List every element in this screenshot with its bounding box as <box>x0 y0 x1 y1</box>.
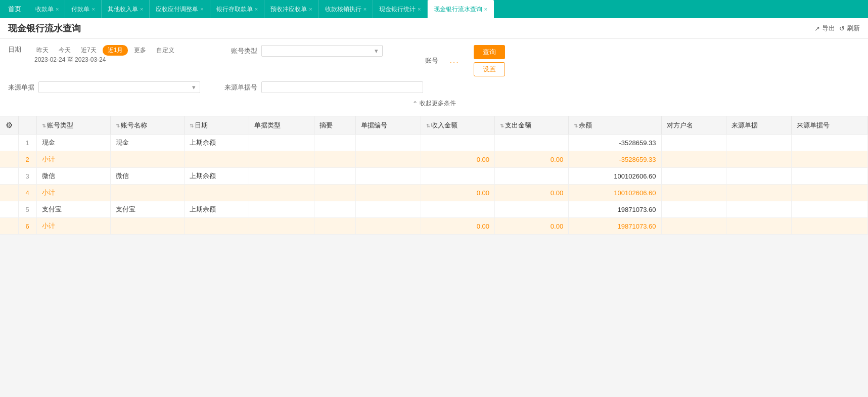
account-type-select[interactable]: ▾ <box>261 45 383 57</box>
export-icon: ↗ <box>814 25 820 32</box>
close-icon[interactable]: × <box>140 6 143 12</box>
nav-tab-label: 收款单 <box>35 5 54 14</box>
table-cell <box>249 151 314 168</box>
refresh-label: 刷新 <box>847 24 860 33</box>
nav-tab-收款单[interactable]: 收款单× <box>29 0 65 18</box>
gear-icon[interactable]: ⚙ <box>6 121 13 129</box>
refresh-icon: ↺ <box>839 25 845 32</box>
table-cell: -3528659.33 <box>569 135 661 151</box>
table-cell: 0.00 <box>421 151 494 168</box>
refresh-button[interactable]: ↺ 刷新 <box>839 24 860 33</box>
nav-tab-现金银行流水查询[interactable]: 现金银行流水查询× <box>428 0 494 18</box>
table-cell <box>726 135 792 151</box>
table-cell <box>110 151 184 168</box>
nav-tab-银行存取款单[interactable]: 银行存取款单× <box>210 0 264 18</box>
nav-tab-应收应付调整单[interactable]: 应收应付调整单× <box>150 0 210 18</box>
table-cell: 5 <box>18 201 36 218</box>
nav-tab-label: 付款单 <box>71 5 89 14</box>
table-cell: -3528659.33 <box>569 151 661 168</box>
table-cell <box>314 151 356 168</box>
table-cell <box>661 201 726 218</box>
source-doc-num-label: 来源单据号 <box>224 83 257 92</box>
source-doc-select[interactable]: ▾ <box>38 81 200 93</box>
table-cell: 0.00 <box>421 185 494 201</box>
table-header: ⚙ ⇅账号类型 ⇅账号名称 ⇅日期 单据类型 摘要 单据编号 ⇅收入金额 ⇅支出… <box>0 116 868 135</box>
table-cell: 0.00 <box>495 185 569 201</box>
table-cell <box>314 218 356 235</box>
table-row: 5支付宝支付宝上期余额19871073.60 <box>0 201 868 218</box>
source-doc-label: 来源单据 <box>8 83 34 92</box>
column-balance[interactable]: ⇅余额 <box>569 116 661 135</box>
table-cell <box>791 218 867 235</box>
table-cell <box>249 135 314 151</box>
date-options: 昨天今天近7天近1月更多自定义 <box>32 45 178 56</box>
query-button[interactable]: 查询 <box>474 45 505 59</box>
data-table: ⚙ ⇅账号类型 ⇅账号名称 ⇅日期 单据类型 摘要 单据编号 ⇅收入金额 ⇅支出… <box>0 116 868 235</box>
account-type-chevron: ▾ <box>375 47 378 55</box>
date-option-更多[interactable]: 更多 <box>130 45 150 56</box>
table-cell: 小计 <box>36 151 110 168</box>
close-icon[interactable]: × <box>484 6 487 12</box>
table-cell: 2 <box>18 151 36 168</box>
close-icon[interactable]: × <box>92 6 95 12</box>
column-date[interactable]: ⇅日期 <box>184 116 249 135</box>
close-icon[interactable]: × <box>363 6 367 12</box>
close-icon[interactable]: × <box>255 6 258 12</box>
nav-home[interactable]: 首页 <box>0 0 29 18</box>
table-cell <box>0 135 18 151</box>
table-cell <box>495 135 569 151</box>
table-cell <box>0 185 18 201</box>
account-ellipsis[interactable]: ... <box>449 56 459 65</box>
table-cell <box>0 218 18 235</box>
source-doc-num-input[interactable] <box>261 81 423 93</box>
nav-tab-label: 其他收入单 <box>108 5 138 14</box>
table-body: 1现金现金上期余额-3528659.332小计0.000.00-3528659.… <box>0 135 868 235</box>
table-cell: 6 <box>18 218 36 235</box>
nav-tab-label: 预收冲应收单 <box>270 5 307 14</box>
table-cell <box>726 168 792 185</box>
close-icon[interactable]: × <box>309 6 312 12</box>
table-cell: 100102606.60 <box>569 185 661 201</box>
account-label: 账号 <box>425 56 445 65</box>
table-cell <box>791 185 867 201</box>
table-cell <box>314 185 356 201</box>
column-account-type[interactable]: ⇅账号类型 <box>36 116 110 135</box>
table-cell <box>249 185 314 201</box>
close-icon[interactable]: × <box>418 6 421 12</box>
collapse-bar[interactable]: ⌃ 收起更多条件 <box>8 97 860 110</box>
table-cell <box>726 151 792 168</box>
table-cell <box>356 185 421 201</box>
column-income[interactable]: ⇅收入金额 <box>421 116 494 135</box>
date-option-近1月[interactable]: 近1月 <box>103 45 128 56</box>
nav-tab-其他收入单[interactable]: 其他收入单× <box>102 0 150 18</box>
table-cell <box>726 185 792 201</box>
close-icon[interactable]: × <box>56 6 59 12</box>
table-cell <box>791 151 867 168</box>
table-row: 2小计0.000.00-3528659.33 <box>0 151 868 168</box>
nav-tab-现金银行统计[interactable]: 现金银行统计× <box>373 0 427 18</box>
column-gear[interactable]: ⚙ <box>0 116 18 135</box>
setting-button[interactable]: 设置 <box>474 62 505 76</box>
table-cell <box>791 201 867 218</box>
table-cell <box>0 151 18 168</box>
table-cell: 支付宝 <box>36 201 110 218</box>
date-option-自定义[interactable]: 自定义 <box>152 45 178 56</box>
column-account-name[interactable]: ⇅账号名称 <box>110 116 184 135</box>
table-cell <box>661 135 726 151</box>
close-icon[interactable]: × <box>200 6 203 12</box>
table-cell <box>0 201 18 218</box>
table-cell <box>661 151 726 168</box>
export-button[interactable]: ↗ 导出 <box>814 24 835 33</box>
column-expense[interactable]: ⇅支出金额 <box>495 116 569 135</box>
nav-tab-收款核销执行[interactable]: 收款核销执行× <box>319 0 373 18</box>
table-cell <box>0 168 18 185</box>
nav-tab-付款单[interactable]: 付款单× <box>65 0 101 18</box>
page-header: 现金银行流水查询 ↗ 导出 ↺ 刷新 <box>0 18 868 39</box>
date-option-昨天[interactable]: 昨天 <box>32 45 53 56</box>
date-option-近7天[interactable]: 近7天 <box>77 45 101 56</box>
nav-tab-预收冲应收单[interactable]: 预收冲应收单× <box>264 0 318 18</box>
table-header-row: ⚙ ⇅账号类型 ⇅账号名称 ⇅日期 单据类型 摘要 单据编号 ⇅收入金额 ⇅支出… <box>0 116 868 135</box>
date-label: 日期 <box>8 45 28 54</box>
account-type-label: 账号类型 <box>231 47 257 56</box>
date-option-今天[interactable]: 今天 <box>55 45 75 56</box>
